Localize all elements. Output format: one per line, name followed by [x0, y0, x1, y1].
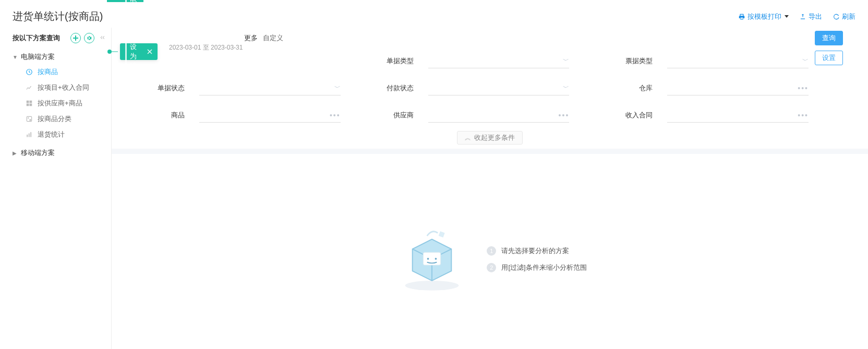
- bill-status-label: 单据状态: [124, 83, 187, 93]
- step-badge-2: 2: [487, 263, 496, 272]
- tree-leaf-label: 按商品分类: [38, 114, 71, 124]
- refresh-icon: [833, 13, 840, 20]
- empty-illustration-icon: [393, 222, 471, 297]
- ticket-type-label: 票据类型: [582, 56, 655, 66]
- tree-group-mobile-label: 移动端方案: [21, 148, 55, 158]
- export-label: 导出: [809, 12, 822, 21]
- empty-step-1: 请先选择要分析的方案: [501, 246, 569, 256]
- pay-status-label: 付款状态: [353, 83, 416, 93]
- bill-type-label: 单据类型: [353, 56, 416, 66]
- empty-step-2: 用[过滤]条件来缩小分析范围: [501, 263, 586, 272]
- svg-rect-3: [27, 104, 29, 106]
- scheme-settings-button[interactable]: [84, 33, 94, 43]
- pay-status-select[interactable]: ﹀: [428, 81, 570, 95]
- product-select[interactable]: •••: [199, 108, 341, 123]
- bar-chart-icon: [25, 130, 33, 139]
- query-button[interactable]: 查询: [815, 31, 843, 45]
- empty-state: 1 请先选择要分析的方案 2 用[过滤]条件来缩小分析范围: [112, 154, 868, 349]
- svg-point-14: [435, 258, 437, 260]
- sidebar: 按以下方案查询 电脑方案可设为移动方案啦: [0, 28, 112, 349]
- date-custom-link[interactable]: 自定义: [263, 33, 283, 43]
- section-divider: [112, 149, 868, 154]
- warehouse-select[interactable]: •••: [667, 81, 809, 95]
- collapse-filters-button[interactable]: ︽ 收起更多条件: [457, 131, 523, 145]
- refresh-label: 刷新: [842, 12, 855, 21]
- chevron-down-icon: [785, 15, 789, 18]
- gear-icon: [87, 35, 92, 41]
- plus-icon: [73, 35, 78, 41]
- chevron-down-icon: ﹀: [802, 56, 809, 65]
- refresh-button[interactable]: 刷新: [833, 12, 855, 21]
- bill-type-select[interactable]: ﹀: [428, 54, 570, 68]
- analytics-icon: [25, 83, 33, 92]
- svg-rect-1: [27, 101, 29, 103]
- date-more-link[interactable]: 更多: [244, 33, 258, 43]
- date-range-text: 2023-03-01 至 2023-03-31: [169, 43, 243, 52]
- tree-leaf-by-product[interactable]: 按商品: [22, 64, 111, 80]
- collapse-label: 收起更多条件: [474, 133, 515, 142]
- svg-point-11: [405, 281, 459, 291]
- tree-leaf-return-stats[interactable]: 退货统计: [22, 127, 111, 142]
- svg-rect-7: [30, 119, 31, 121]
- ellipsis-icon: •••: [330, 113, 341, 117]
- svg-rect-10: [30, 132, 31, 137]
- caret-down-icon: ▼: [13, 54, 18, 60]
- product-label: 商品: [124, 111, 187, 120]
- svg-rect-4: [30, 104, 32, 106]
- bill-status-select[interactable]: ﹀: [199, 81, 341, 95]
- settings-button[interactable]: 设置: [815, 51, 843, 65]
- print-label: 按模板打印: [748, 12, 781, 21]
- tree-leaf-label: 按供应商+商品: [38, 99, 82, 108]
- chevron-down-icon: ﹀: [334, 83, 341, 92]
- clock-icon: [25, 68, 33, 76]
- tree-group-pc-label: 电脑端方案: [21, 52, 55, 62]
- svg-rect-15: [439, 231, 445, 237]
- chevrons-left-icon: [99, 34, 106, 41]
- warehouse-label: 仓库: [582, 83, 655, 93]
- svg-point-6: [28, 117, 29, 118]
- grid-icon: [25, 99, 33, 107]
- print-by-template-button[interactable]: 按模板打印: [738, 12, 789, 21]
- tree-group-mobile[interactable]: ▶ 移动端方案: [13, 146, 111, 160]
- export-icon: [799, 13, 806, 20]
- supplier-label: 供应商: [353, 111, 416, 120]
- category-icon: [25, 115, 33, 123]
- tree-leaf-by-project-contract[interactable]: 按项目+收入合同: [22, 80, 111, 95]
- svg-rect-2: [30, 101, 32, 103]
- step-badge-1: 1: [487, 246, 496, 256]
- sidebar-title: 按以下方案查询: [13, 33, 60, 43]
- chevrons-up-icon: ︽: [465, 134, 471, 142]
- supplier-select[interactable]: •••: [428, 108, 570, 123]
- svg-rect-8: [27, 135, 28, 137]
- chevron-down-icon: ﹀: [563, 56, 569, 65]
- caret-right-icon: ▶: [13, 150, 18, 156]
- printer-icon: [738, 13, 745, 20]
- ticket-type-select[interactable]: ﹀: [667, 54, 809, 68]
- export-button[interactable]: 导出: [799, 12, 822, 21]
- income-contract-label: 收入合同: [582, 111, 655, 120]
- ellipsis-icon: •••: [798, 113, 809, 117]
- add-scheme-button[interactable]: [70, 33, 81, 43]
- tree-leaf-label: 按商品: [38, 67, 58, 77]
- tree-leaf-by-supplier-product[interactable]: 按供应商+商品: [22, 95, 111, 111]
- page-title: 进货单统计(按商品): [13, 9, 103, 23]
- filters-panel: 更多 自定义 2023-03-01 至 2023-03-31 查询 设置 单据类…: [112, 28, 868, 149]
- tree-leaf-label: 退货统计: [38, 130, 65, 139]
- svg-rect-9: [29, 134, 30, 137]
- tree-leaf-label: 按项目+收入合同: [38, 83, 89, 92]
- chevron-down-icon: ﹀: [563, 83, 569, 92]
- tree-group-pc[interactable]: ▼ 电脑端方案: [13, 50, 111, 64]
- tree-leaf-by-category[interactable]: 按商品分类: [22, 111, 111, 127]
- ellipsis-icon: •••: [798, 86, 809, 90]
- ellipsis-icon: •••: [559, 113, 570, 117]
- income-contract-select[interactable]: •••: [667, 108, 809, 123]
- sidebar-collapse-button[interactable]: [99, 34, 106, 42]
- svg-point-13: [427, 258, 429, 260]
